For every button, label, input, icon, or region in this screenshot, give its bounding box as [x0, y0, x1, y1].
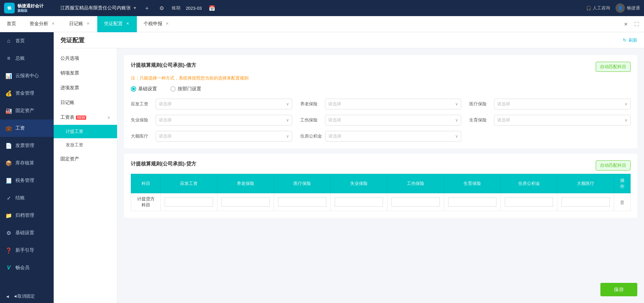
nav-salary-table-label: 工资表 — [60, 114, 74, 120]
cell-delete[interactable]: 🗑 — [614, 193, 631, 211]
cell-subject-label: 计提贷方科目 — [131, 193, 161, 211]
cell-medical-input[interactable] — [274, 193, 331, 211]
sidebar-invoice-label: 发票管理 — [15, 143, 34, 149]
user-info[interactable]: 👤 畅捷通 — [615, 3, 640, 13]
tab-journal[interactable]: 日记账 ✕ — [62, 16, 97, 32]
input-large-medical[interactable] — [561, 197, 610, 207]
tab-journal-close[interactable]: ✕ — [85, 21, 91, 27]
cell-housing-input[interactable] — [501, 193, 557, 211]
select-medical[interactable]: 请选择 ∨ — [494, 99, 631, 109]
sidebar-item-inventory[interactable]: 📦 库存核算 — [0, 154, 54, 172]
company-selector[interactable]: 江西服宝精品有限责任公司内账张 ▼ — [60, 5, 137, 11]
nav-payment-salary[interactable]: 发放工资 — [54, 138, 117, 152]
col-unemployment: 失业保险 — [331, 174, 387, 193]
input-salary[interactable] — [165, 197, 213, 207]
refresh-button[interactable]: ↻ 刷新 — [623, 37, 637, 43]
new-badge: NEW — [76, 115, 86, 120]
sidebar-item-assets[interactable]: 🏭 固定资产 — [0, 102, 54, 119]
sidebar-item-home[interactable]: ⌂ 首页 — [0, 32, 54, 50]
delete-row-button[interactable]: 🗑 — [620, 199, 625, 205]
cell-salary-input[interactable] — [161, 193, 217, 211]
sidebar-member-label: 畅会员 — [15, 265, 30, 271]
nav-public-options[interactable]: 公共选项 — [54, 51, 117, 66]
cell-maternity-input[interactable] — [444, 193, 501, 211]
sidebar-item-close[interactable]: ✓ 结账 — [0, 189, 54, 207]
select-pension-arrow: ∨ — [455, 102, 458, 106]
close-tab-button[interactable]: ✕ — [621, 19, 631, 29]
col-injury: 工伤保险 — [387, 174, 444, 193]
debit-auto-match-button[interactable]: 自动匹配科目 — [596, 62, 631, 72]
col-maternity: 生育保险 — [444, 174, 501, 193]
nav-accrual-salary[interactable]: 计提工资 — [54, 125, 117, 138]
select-salary[interactable]: 请选择 ∨ — [156, 99, 292, 109]
field-large-medical: 大额医疗 请选择 ∨ — [131, 131, 292, 142]
save-button[interactable]: 保存 — [600, 283, 637, 296]
add-button[interactable]: ＋ — [142, 3, 152, 13]
select-maternity[interactable]: 请选择 ∨ — [494, 115, 631, 125]
sidebar-item-guide[interactable]: ❓ 新手引导 — [0, 242, 54, 259]
cell-large-medical-input[interactable] — [557, 193, 614, 211]
nav-fixed-assets[interactable]: 固定资产 — [54, 152, 117, 166]
tab-tax[interactable]: 个税申报 ✕ — [137, 16, 176, 32]
input-housing[interactable] — [505, 197, 553, 207]
sidebar-salary-label: 工资 — [15, 125, 25, 131]
select-salary-arrow: ∨ — [286, 102, 289, 106]
sidebar-guide-label: 新手引导 — [15, 247, 34, 253]
nav-sales-invoice[interactable]: 销项发票 — [54, 66, 117, 81]
col-housing: 住房公积金 — [501, 174, 557, 193]
credit-auto-match-button[interactable]: 自动匹配科目 — [596, 160, 631, 170]
input-unemployment[interactable] — [335, 197, 383, 207]
input-injury[interactable] — [391, 197, 440, 207]
select-unemployment[interactable]: 请选择 ∨ — [156, 115, 292, 125]
sidebar-settings-label: 基础设置 — [15, 230, 34, 236]
radio-basic-label: 基础设置 — [138, 86, 157, 92]
radio-group: 基础设置 按部门设置 — [131, 86, 631, 92]
select-housing-fund[interactable]: 请选择 ∨ — [325, 131, 462, 142]
sidebar-item-invoice[interactable]: 📄 发票管理 — [0, 137, 54, 154]
tab-tax-close[interactable]: ✕ — [164, 21, 170, 27]
sidebar-item-tax[interactable]: 🧾 税务管理 — [0, 172, 54, 189]
settings-button[interactable]: ⚙ — [157, 3, 166, 13]
select-pension[interactable]: 请选择 ∨ — [325, 99, 462, 109]
unpin-button[interactable]: ◄ ◄取消固定 — [0, 290, 54, 303]
reports-icon: 📊 — [5, 73, 12, 79]
nav-journal[interactable]: 日记账 — [54, 95, 117, 110]
inventory-icon: 📦 — [5, 160, 12, 166]
tab-voucher-close[interactable]: ✕ — [125, 21, 130, 27]
input-pension[interactable] — [221, 197, 270, 207]
app-name: 畅捷通好会计 — [17, 3, 44, 9]
tab-finance[interactable]: 资金分析 ✕ — [23, 16, 62, 32]
sidebar-item-funds[interactable]: 💰 资金管理 — [0, 85, 54, 102]
cell-injury-input[interactable] — [387, 193, 444, 211]
input-medical[interactable] — [278, 197, 326, 207]
expand-tab-button[interactable]: ⛶ — [632, 19, 641, 29]
sidebar-item-reports[interactable]: 📊 云报表中心 — [0, 67, 54, 85]
select-large-medical[interactable]: 请选择 ∨ — [156, 131, 292, 142]
refresh-label: 刷新 — [629, 37, 637, 43]
cell-unemployment-input[interactable] — [331, 193, 387, 211]
calendar-icon[interactable]: 📅 — [207, 3, 217, 13]
service-button[interactable]: 🎧 人工咨询 — [586, 5, 610, 11]
field-pension: 养老保险 请选择 ∨ — [300, 99, 462, 109]
sidebar-item-ledger[interactable]: ≡ 总账 — [0, 50, 54, 67]
nav-purchase-invoice[interactable]: 进项发票 — [54, 81, 117, 95]
settings-icon: ⚙ — [5, 230, 12, 236]
tab-bar-controls: ✕ ⛶ — [621, 19, 644, 29]
tab-home[interactable]: 首页 — [0, 16, 23, 32]
radio-dept[interactable]: 按部门设置 — [170, 86, 201, 92]
debit-note: 注：只能选择一种方式，系统将按照您当前的选择来配置规则 — [131, 75, 631, 81]
input-maternity[interactable] — [448, 197, 496, 207]
credit-section-title: 计提核算规则(公司承担)-贷方 — [131, 161, 196, 167]
cell-pension-input[interactable] — [217, 193, 274, 211]
sidebar-item-member[interactable]: V 畅会员 — [0, 259, 54, 276]
sidebar-item-salary[interactable]: 💼 工资 — [0, 119, 54, 137]
sidebar-reports-label: 云报表中心 — [15, 73, 39, 79]
sidebar-item-archive[interactable]: 📁 归档管理 — [0, 207, 54, 224]
tab-finance-close[interactable]: ✕ — [50, 21, 56, 27]
radio-basic[interactable]: 基础设置 — [131, 86, 157, 92]
sidebar-item-settings[interactable]: ⚙ 基础设置 — [0, 224, 54, 242]
col-operation: 操作 — [614, 174, 631, 193]
tab-voucher-config[interactable]: 凭证配置 ✕ — [97, 16, 137, 32]
select-injury[interactable]: 请选择 ∨ — [325, 115, 462, 125]
nav-salary-table[interactable]: 工资表 NEW ∨ — [54, 110, 117, 125]
